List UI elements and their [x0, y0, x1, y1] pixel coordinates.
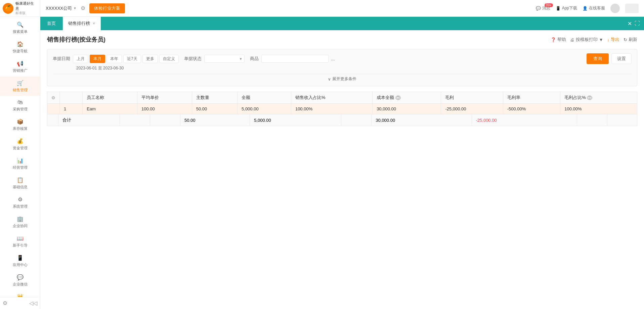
sidebar-item-operations[interactable]: 📊 经营管理 [0, 154, 40, 173]
member-icon: 👑 [17, 294, 24, 297]
sidebar-item-label: 销售管理 [13, 88, 28, 93]
footer-cell-gross-rate [577, 114, 607, 126]
sidebar-item-enterprise[interactable]: 🏢 企业协同 [0, 212, 40, 232]
message-button[interactable]: 💬 消息 99+ [536, 5, 550, 11]
col-header-gross: 毛利 [441, 92, 503, 104]
goods-more-icon[interactable]: ... [331, 56, 335, 61]
goods-input[interactable] [261, 55, 329, 63]
print-dropdown-icon: ▼ [599, 37, 603, 42]
footer-table: 合计 50.00 5,000.00 30,000.00 -25,000.00 [47, 114, 637, 126]
expand-label: 展开更多条件 [332, 76, 356, 82]
row-settings-cell [47, 104, 60, 114]
search-icon: 🔍 [17, 21, 24, 28]
footer-cell-gross: -25,000.00 [472, 114, 577, 126]
sidebar-item-guide[interactable]: 📖 新手引导 [0, 232, 40, 251]
sidebar-item-purchase[interactable]: 🛍 采购管理 [0, 96, 40, 115]
refresh-button[interactable]: ↻ 刷新 [624, 37, 637, 43]
col-header-avg-price: 平均单价 [137, 92, 192, 104]
cost-info-icon[interactable]: ⓘ [395, 96, 401, 100]
sidebar-item-label: 企业协同 [13, 223, 28, 228]
print-button[interactable]: 🖨 按模板打印 ▼ [570, 37, 603, 43]
col-header-gross-pct: 毛利占比% ⓘ [560, 92, 637, 104]
sidebar-item-search[interactable]: 🔍 搜索菜单 [0, 18, 40, 38]
status-select[interactable] [204, 55, 245, 63]
sidebar-item-marketing[interactable]: 📢 营销推广 [0, 57, 40, 76]
sidebar-item-quick[interactable]: 🏠 快捷导航 [0, 38, 40, 57]
quick-icon: 🏠 [17, 41, 24, 47]
table-settings-gear-icon[interactable]: ⚙ [51, 95, 55, 100]
date-filter-group: 上月 本月 本年 近7天 更多 自定义 [73, 55, 179, 63]
tab-close-icon[interactable]: × [93, 21, 95, 26]
col-header-index [60, 92, 83, 104]
settings-icon[interactable]: ⚙ [3, 300, 7, 306]
sidebar-nav: 🔍 搜索菜单 🏠 快捷导航 📢 营销推广 🛒 销售管理 🛍 采购管理 📦 库存核… [0, 17, 40, 297]
sidebar-item-basic[interactable]: 📋 基础信息 [0, 173, 40, 193]
user-avatar[interactable] [610, 4, 620, 13]
help-icon: ❓ [551, 37, 556, 42]
filter-action-buttons: 查询 设置 [587, 53, 632, 64]
sidebar: 🍊 畅康通好生意 标准版 🔍 搜索菜单 🏠 快捷导航 📢 营销推广 🛒 销售管理… [0, 0, 40, 309]
period-month-button[interactable]: 本月 [90, 55, 105, 63]
period-year-button[interactable]: 本年 [106, 55, 122, 63]
date-filter-label: 单据日期 [53, 56, 70, 62]
table-footer: 合计 50.00 5,000.00 30,000.00 -25,000.00 [47, 114, 637, 126]
topbar: XXXXXX公司 ▼ ⚙ 体验行业方案 💬 消息 99+ 📱 App下载 👤 在… [40, 0, 644, 17]
filter-bar: 单据日期 上月 本月 本年 近7天 更多 自定义 单据状态 [47, 49, 637, 86]
tab-home[interactable]: 首页 [40, 17, 63, 30]
footer-cell-cost: 30,000.00 [372, 114, 472, 126]
sidebar-item-label: 快捷导航 [13, 49, 28, 54]
tab-sales-ranking[interactable]: 销售排行榜 × [63, 17, 101, 30]
sidebar-item-inventory[interactable]: 📦 库存核算 [0, 115, 40, 135]
filter-settings-button[interactable]: 设置 [611, 53, 632, 64]
col-header-quantity: 主数量 [192, 92, 237, 104]
sidebar-item-apps[interactable]: 📱 应用中心 [0, 251, 40, 271]
topbar-gear-icon[interactable]: ⚙ [81, 5, 85, 11]
expand-more-button[interactable]: ∨ 展开更多条件 [53, 74, 632, 82]
goods-filter-label: 商品 [250, 56, 259, 62]
sidebar-item-label: 企业微信 [13, 282, 28, 287]
trial-button[interactable]: 体验行业方案 [89, 3, 125, 13]
operations-icon: 📊 [17, 157, 24, 164]
period-more-button[interactable]: 更多 [142, 55, 158, 63]
sidebar-item-wechat[interactable]: 💬 企业微信 [0, 271, 40, 290]
sidebar-item-label: 新手引导 [13, 243, 28, 248]
sales-icon: 🛒 [17, 80, 24, 86]
finance-icon: 💰 [17, 138, 24, 144]
gross-pct-info-icon[interactable]: ⓘ [587, 96, 592, 100]
period-7days-button[interactable]: 近7天 [123, 55, 141, 63]
sidebar-item-member[interactable]: 👑 畅会员 [0, 290, 40, 297]
col-header-sales-pct: 销售收入占比% [291, 92, 372, 104]
close-window-button[interactable]: ✕ [628, 20, 632, 27]
query-button[interactable]: 查询 [587, 53, 609, 64]
company-name: XXXXXX公司 [46, 5, 72, 11]
sidebar-item-label: 经营管理 [13, 165, 28, 170]
service-label: 在线客服 [589, 5, 605, 11]
system-icon: ⚙ [18, 196, 23, 203]
export-button[interactable]: ↓ 导出 [607, 37, 620, 43]
company-selector[interactable]: XXXXXX公司 ▼ [46, 5, 77, 11]
period-custom-button[interactable]: 自定义 [159, 55, 179, 63]
sidebar-item-sales[interactable]: 🛒 销售管理 [0, 76, 40, 96]
app-download-button[interactable]: 📱 App下载 [556, 5, 577, 11]
collapse-icon[interactable]: ◁◁ [29, 300, 37, 306]
user-name-placeholder[interactable] [625, 4, 639, 13]
sidebar-item-label: 基础信息 [13, 185, 28, 190]
row-avg-price: 100.00 [137, 104, 192, 114]
tab-home-label: 首页 [47, 20, 56, 27]
maximize-button[interactable]: ⛶ [635, 20, 640, 27]
footer-cell-quantity: 50.00 [180, 114, 250, 126]
purchase-icon: 🛍 [17, 99, 23, 105]
table-header: ⚙ 员工名称 平均单价 主数量 全额 销售收入占比% 成本全额 ⓘ 毛利 毛利率… [47, 92, 637, 104]
page-title: 销售排行榜(按业务员) [47, 36, 105, 44]
company-dropdown-icon: ▼ [73, 6, 77, 10]
online-service-button[interactable]: 👤 在线客服 [583, 5, 605, 11]
sidebar-item-system[interactable]: ⚙ 系统管理 [0, 193, 40, 212]
help-button[interactable]: ❓ 帮助 [551, 37, 566, 43]
period-prev-button[interactable]: 上月 [73, 55, 88, 63]
row-quantity: 50.00 [192, 104, 237, 114]
wechat-icon: 💬 [17, 274, 24, 280]
col-header-gross-rate: 毛利率 [503, 92, 560, 104]
sidebar-item-finance[interactable]: 💰 资金管理 [0, 135, 40, 154]
status-select-wrapper: ▼ [204, 55, 245, 63]
col-header-cost: 成本全额 ⓘ [373, 92, 441, 104]
